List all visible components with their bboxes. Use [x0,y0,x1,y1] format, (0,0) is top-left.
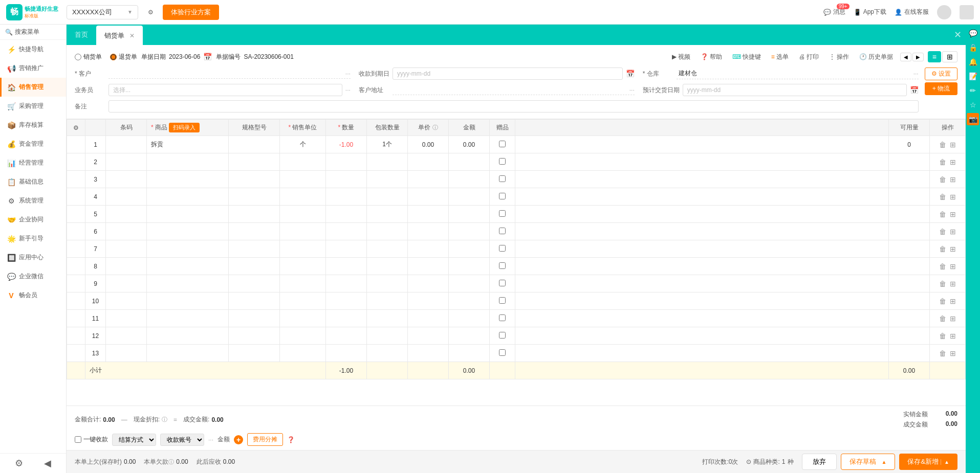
sidebar-item-marketing[interactable]: 📢 营销推广 [0,59,66,78]
cell-qty[interactable] [326,327,367,345]
delete-row-icon[interactable]: 🗑 [939,141,946,149]
expected-date-input[interactable] [683,84,907,96]
online-service-btn[interactable]: 👤 在线客服 [895,8,929,16]
cell-product[interactable] [147,258,229,275]
right-panel-chat-icon[interactable]: 💬 [967,27,979,39]
right-panel-camera-icon[interactable]: 📷 [967,113,979,125]
cell-unit[interactable] [280,153,326,171]
cell-price[interactable] [408,258,449,275]
sidebar-item-finance[interactable]: 💰 资金管理 [0,134,66,153]
cell-barcode[interactable] [106,258,147,275]
tab-sale-order[interactable]: 销货单 ✕ [96,26,143,46]
cell-amount[interactable] [449,153,490,171]
sidebar-item-app-center[interactable]: 🔲 应用中心 [0,248,66,267]
cell-gift[interactable] [490,206,515,223]
right-panel-bell-icon[interactable]: 🔔 [967,56,979,68]
cell-product[interactable] [147,310,229,327]
cell-price[interactable]: 0.00 [408,136,449,153]
gift-checkbox[interactable] [499,228,506,234]
cell-amount[interactable]: 0.00 [449,136,490,153]
cash-discount-info-icon[interactable]: ⓘ [162,416,167,423]
delete-row-icon[interactable]: 🗑 [939,349,946,357]
customer-addr-input[interactable]: ··· [393,85,635,95]
cell-barcode[interactable] [106,188,147,206]
cell-product[interactable] [147,275,229,292]
sidebar-item-enterprise-wechat[interactable]: 💬 企业微信 [0,267,66,286]
cell-spec[interactable] [229,136,280,153]
right-panel-edit-icon[interactable]: ✏ [967,84,979,97]
cell-product[interactable] [147,188,229,206]
cell-price[interactable] [408,275,449,292]
gift-checkbox[interactable] [499,193,506,199]
expected-date-calendar-icon[interactable]: 📅 [910,86,919,94]
sidebar-collapse-btn[interactable]: ◀ [44,458,51,469]
cell-pkg[interactable]: 1个 [367,136,408,153]
cell-gift[interactable] [490,275,515,292]
cell-qty[interactable] [326,188,367,206]
cell-price[interactable] [408,223,449,240]
cell-gift[interactable] [490,292,515,310]
salesperson-input[interactable] [108,84,342,96]
cell-gift[interactable] [490,188,515,206]
cell-product[interactable] [147,327,229,345]
cell-amount[interactable] [449,345,490,362]
cell-product[interactable] [147,223,229,240]
calendar-icon[interactable]: 📅 [203,53,212,61]
settings-icon-btn[interactable]: ⚙ [142,4,159,20]
delete-row-icon[interactable]: 🗑 [939,280,946,288]
save-draft-btn[interactable]: 保存草稿 ▲ [841,454,896,470]
copy-row-icon[interactable]: ⊞ [950,297,956,305]
radio-return-input[interactable] [110,54,117,60]
salesperson-dots-icon[interactable]: ··· [345,86,351,94]
gift-checkbox[interactable] [499,175,506,182]
copy-row-icon[interactable]: ⊞ [950,141,956,149]
cell-price[interactable] [408,240,449,258]
cell-qty[interactable] [326,275,367,292]
copy-row-icon[interactable]: ⊞ [950,228,956,236]
delete-row-icon[interactable]: 🗑 [939,262,946,271]
expense-help-icon[interactable]: ❓ [287,436,295,443]
cell-pkg[interactable] [367,258,408,275]
cell-qty[interactable] [326,292,367,310]
cell-barcode[interactable] [106,153,147,171]
cell-unit[interactable] [280,310,326,327]
cell-amount[interactable] [449,275,490,292]
cell-price[interactable] [408,345,449,362]
cell-pkg[interactable] [367,206,408,223]
copy-row-icon[interactable]: ⊞ [950,245,956,253]
right-panel-doc-icon[interactable]: 📝 [967,70,979,82]
cell-gift[interactable] [490,223,515,240]
gift-checkbox[interactable] [499,280,506,286]
one-click-pay-checkbox[interactable]: 一键收款 [75,435,108,444]
select-btn[interactable]: ≡ 选单 [768,52,792,62]
sidebar-item-vip[interactable]: V 畅会员 [0,286,66,305]
cell-gift[interactable] [490,345,515,362]
account-dots-icon[interactable]: ··· [208,436,213,443]
account-select[interactable]: 收款账号 [160,434,204,446]
cell-spec[interactable] [229,188,280,206]
gift-checkbox[interactable] [499,332,506,339]
shortcut-btn[interactable]: ⌨ 快捷键 [729,52,764,62]
gift-checkbox[interactable] [499,314,506,321]
copy-row-icon[interactable]: ⊞ [950,280,956,288]
cell-qty[interactable] [326,258,367,275]
delete-row-icon[interactable]: 🗑 [939,314,946,323]
cell-pkg[interactable] [367,310,408,327]
cell-qty[interactable]: -1.00 [326,136,367,153]
copy-row-icon[interactable]: ⊞ [950,193,956,201]
delete-row-icon[interactable]: 🗑 [939,228,946,236]
cell-product[interactable]: 拆贡 [147,136,229,153]
cell-unit[interactable] [280,223,326,240]
settings-btn[interactable]: ⚙ 设置 [925,67,957,80]
cell-qty[interactable] [326,240,367,258]
cell-pkg[interactable] [367,327,408,345]
sidebar-item-inventory[interactable]: 📦 库存核算 [0,116,66,134]
price-info-icon[interactable]: ⓘ [432,124,438,130]
delete-row-icon[interactable]: 🗑 [939,297,946,305]
history-btn[interactable]: 🕐 历史单据 [856,52,896,62]
cell-barcode[interactable] [106,136,147,153]
cell-qty[interactable] [326,171,367,188]
cell-price[interactable] [408,153,449,171]
cell-qty[interactable] [326,310,367,327]
cell-qty[interactable] [326,223,367,240]
